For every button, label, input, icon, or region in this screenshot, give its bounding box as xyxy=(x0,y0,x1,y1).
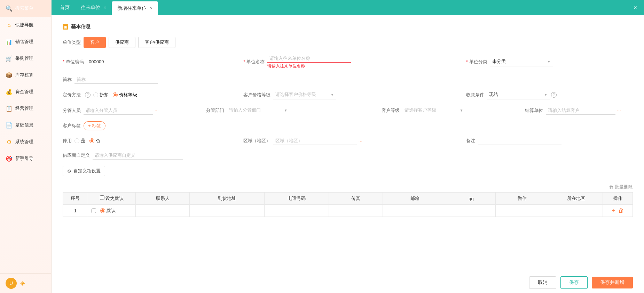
sidebar-item-system[interactable]: ⚙ 系统管理 xyxy=(0,133,51,150)
settlement-unit-group: 结算单位 ··· xyxy=(525,106,633,115)
payment-terms-help-icon[interactable]: ? xyxy=(551,92,557,98)
sidebar-item-sales[interactable]: 📊 销售管理 xyxy=(0,33,51,50)
delete-row-btn[interactable]: 🗑 xyxy=(618,207,624,213)
type-btn-supplier[interactable]: 供应商 xyxy=(109,37,135,48)
sidebar-item-purchase[interactable]: 🛒 采购管理 xyxy=(0,50,51,67)
sales-icon: 📊 xyxy=(6,38,13,45)
finance-icon: 💰 xyxy=(6,88,13,95)
batch-delete-area[interactable]: 🗑 批量删除 xyxy=(63,184,633,190)
table-header: 序号 设为默认 联系人 到货地址 电话号码 传真 邮箱 qq 微信 所在地区 操… xyxy=(63,193,633,205)
sidebar-item-finance[interactable]: 💰 资金管理 xyxy=(0,83,51,100)
pricing-radio-group: 折扣 价格等级 xyxy=(93,92,137,98)
phone-input[interactable] xyxy=(279,208,314,213)
sidebar-item-guide[interactable]: 🎯 新手引导 xyxy=(0,150,51,167)
contact-input[interactable] xyxy=(149,208,176,213)
cell-email xyxy=(383,205,447,217)
main-area: 首页 往来单位 × 新增往来单位 × × ▣ 基本信息 单位类型 客户 供应商 … xyxy=(52,0,644,293)
add-row-btn[interactable]: + xyxy=(612,207,615,213)
department-group: 分管部门 请输入分管部门 ▼ xyxy=(206,106,368,115)
customer-price-level-select[interactable]: 请选择客户价格等级 ▼ xyxy=(273,90,336,99)
customer-level-select[interactable]: 请选择客户等级 ▼ xyxy=(402,106,465,115)
search-icon: 🔍 xyxy=(6,5,13,12)
home-icon: ⌂ xyxy=(6,22,13,29)
payment-terms-label: 收款条件 xyxy=(466,92,484,98)
row-checkbox[interactable] xyxy=(92,209,96,213)
custom-settings-btn[interactable]: ⚙ 自定义项设置 xyxy=(63,166,105,176)
pricing-method-help-icon[interactable]: ? xyxy=(85,92,91,98)
radio-discount[interactable]: 折扣 xyxy=(93,92,109,98)
tab-new-partner-close[interactable]: × xyxy=(150,6,152,11)
unit-name-input[interactable] xyxy=(267,54,351,63)
short-name-input[interactable] xyxy=(74,75,158,84)
cell-wechat xyxy=(495,205,549,217)
cancel-button[interactable]: 取消 xyxy=(529,276,556,289)
unit-name-error: 请输入往来单位名称 xyxy=(267,63,351,69)
sidebar-bottom: U ◈ xyxy=(0,273,51,293)
radio-price-level[interactable]: 价格等级 xyxy=(113,92,137,98)
short-name-label: 简称 xyxy=(63,76,72,83)
region-more-btn[interactable]: ··· xyxy=(358,138,362,144)
wechat-input[interactable] xyxy=(508,208,536,213)
region-group: 区域（地区） ··· xyxy=(243,137,452,145)
fax-input[interactable] xyxy=(342,208,370,213)
settlement-unit-label: 结算单位 xyxy=(525,107,543,114)
pricing-row: 定价方法 ? 折扣 价格等级 客户价格等级 请选择客户价格等级 xyxy=(63,90,633,99)
department-select[interactable]: 请输入分管部门 ▼ xyxy=(227,106,290,115)
col-action: 操作 xyxy=(603,193,633,205)
customer-price-level-chevron: ▼ xyxy=(330,93,334,97)
manager-row: 分管人员 ··· 分管部门 请输入分管部门 ▼ 客户等级 请选择客户等级 ▼ 结… xyxy=(63,106,633,115)
region-table-input[interactable] xyxy=(562,208,590,213)
settlement-unit-input[interactable] xyxy=(546,106,615,115)
operations-icon: 📋 xyxy=(6,105,13,112)
supplier-custom-row: 供应商自定义 xyxy=(63,151,633,160)
radio-price-level-circle xyxy=(113,92,118,97)
tab-home[interactable]: 首页 xyxy=(54,0,75,15)
unit-category-select[interactable]: 未分类 ▼ xyxy=(490,57,553,66)
sidebar-item-inventory[interactable]: 📦 库存核算 xyxy=(0,67,51,83)
section-icon: ▣ xyxy=(63,24,68,30)
radio-disabled-no[interactable]: 否 xyxy=(89,138,100,144)
payment-terms-select[interactable]: 现结 ▼ xyxy=(487,90,550,99)
unit-code-input[interactable] xyxy=(87,58,156,66)
save-new-button[interactable]: 保存并新增 xyxy=(592,277,633,288)
sidebar-item-basic[interactable]: 📄 基础信息 xyxy=(0,117,51,133)
save-button[interactable]: 保存 xyxy=(560,276,588,289)
sidebar-item-search[interactable]: 🔍 搜索菜单 xyxy=(0,0,51,17)
remarks-input[interactable] xyxy=(478,137,561,145)
add-tag-btn[interactable]: + 标签 xyxy=(84,121,105,130)
select-all-checkbox[interactable] xyxy=(100,195,104,200)
avatar: U xyxy=(6,278,17,289)
customer-level-label: 客户等级 xyxy=(382,107,400,114)
region-input[interactable] xyxy=(273,137,357,145)
unit-code-name-row: * 单位编码 * 单位名称 请输入往来单位名称 * 单位分类 未分类 ▼ xyxy=(63,54,633,69)
type-btn-customer[interactable]: 客户 xyxy=(84,37,106,48)
disabled-row: 停用 是 否 区域（地区） ··· 备注 xyxy=(63,137,633,145)
pricing-method-group: 定价方法 ? 折扣 价格等级 xyxy=(63,92,229,98)
guide-icon: 🎯 xyxy=(6,155,13,162)
remarks-group: 备注 xyxy=(466,137,633,145)
cell-contact xyxy=(136,205,189,217)
address-input[interactable] xyxy=(206,208,248,213)
tab-new-partner[interactable]: 新增往来单位 × xyxy=(112,1,158,15)
manager-label: 分管人员 xyxy=(63,107,81,114)
qq-input[interactable] xyxy=(459,208,484,213)
tab-partners[interactable]: 往来单位 × xyxy=(75,0,112,15)
settlement-unit-more-btn[interactable]: ··· xyxy=(617,108,621,113)
type-btn-both[interactable]: 客户/供应商 xyxy=(138,37,175,48)
tab-bar-close-all[interactable]: × xyxy=(629,4,641,11)
pricing-method-label: 定价方法 xyxy=(63,92,81,98)
email-input[interactable] xyxy=(398,208,432,213)
customer-level-group: 客户等级 请选择客户等级 ▼ xyxy=(382,106,511,115)
manager-more-btn[interactable]: ··· xyxy=(155,108,159,113)
sidebar-item-operations[interactable]: 📋 经营管理 xyxy=(0,100,51,117)
col-contact: 联系人 xyxy=(136,193,189,205)
unit-name-field-block: 请输入往来单位名称 xyxy=(267,54,351,69)
sidebar-item-quick-nav[interactable]: ⌂ 快捷导航 xyxy=(0,17,51,33)
supplier-custom-input[interactable] xyxy=(93,151,183,160)
radio-disabled-yes[interactable]: 是 xyxy=(74,138,85,144)
col-wechat: 微信 xyxy=(495,193,549,205)
tab-partners-close[interactable]: × xyxy=(104,5,106,10)
cell-default: 默认 xyxy=(88,205,136,217)
manager-input[interactable] xyxy=(84,106,153,115)
cell-address xyxy=(189,205,265,217)
